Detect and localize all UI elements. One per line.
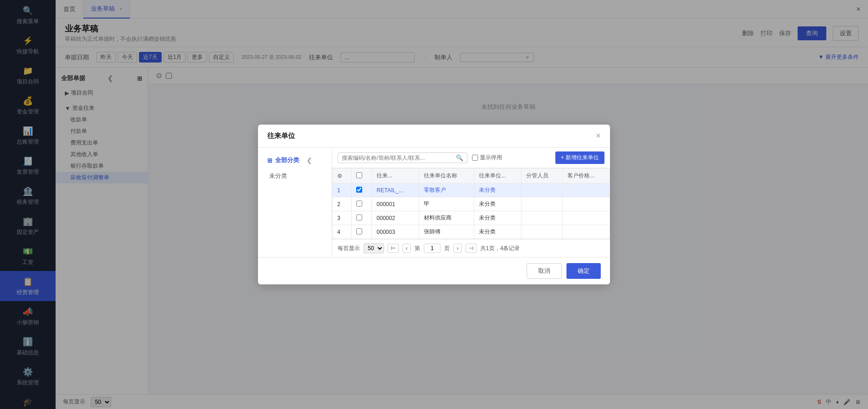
total-records: 共1页，4条记录 bbox=[480, 245, 520, 252]
row-code: RETAIL_... bbox=[372, 183, 419, 197]
page-number-input[interactable] bbox=[424, 244, 440, 253]
row-category: 未分类 bbox=[474, 225, 522, 239]
modal-close-button[interactable]: × bbox=[596, 131, 601, 141]
modal-search-box[interactable]: 🔍 bbox=[338, 152, 467, 163]
modal-all-categories[interactable]: ⊞ 全部分类 bbox=[262, 153, 305, 167]
show-disabled-checkbox[interactable] bbox=[472, 155, 478, 161]
modal-search-input[interactable] bbox=[342, 155, 454, 161]
col-code: 往来... bbox=[372, 169, 419, 183]
table-row[interactable]: 2 000001 甲 未分类 bbox=[333, 197, 610, 211]
row-checkbox[interactable] bbox=[352, 183, 372, 197]
col-price: 客户价格... bbox=[563, 169, 610, 183]
row-name: 张師傅 bbox=[419, 225, 474, 239]
counterparty-table: ⚙ 往来... 往来单位名称 往来单位... 分管人员 客户价格... bbox=[332, 168, 610, 239]
row-manager bbox=[522, 197, 563, 211]
counterparty-modal: 往来单位 × ⊞ 全部分类 ❮ 未分类 bbox=[258, 125, 610, 284]
confirm-button[interactable]: 确定 bbox=[566, 263, 601, 279]
modal-actions: 取消 确定 bbox=[258, 257, 610, 284]
modal-body: ⊞ 全部分类 ❮ 未分类 🔍 显示停用 bbox=[258, 148, 610, 257]
modal-overlay: 往来单位 × ⊞ 全部分类 ❮ 未分类 bbox=[0, 0, 868, 409]
table-select-all[interactable] bbox=[356, 172, 362, 178]
table-row[interactable]: 4 000003 张師傅 未分类 bbox=[333, 225, 610, 239]
cancel-button[interactable]: 取消 bbox=[527, 263, 562, 279]
modal-right-content: 🔍 显示停用 + 新增往来单位 ⚙ bbox=[332, 148, 610, 257]
row-code: 000001 bbox=[372, 197, 419, 211]
modal-per-page-select[interactable]: 50 bbox=[364, 243, 384, 253]
row-name: 材料供应商 bbox=[419, 211, 474, 225]
row-num: 3 bbox=[333, 211, 352, 225]
last-page-btn[interactable]: ⊣ bbox=[465, 244, 477, 253]
row-num: 1 bbox=[333, 183, 352, 197]
grid-icon: ⊞ bbox=[267, 157, 272, 164]
row-code: 000003 bbox=[372, 225, 419, 239]
row-checkbox[interactable] bbox=[352, 211, 372, 225]
col-manager: 分管人员 bbox=[522, 169, 563, 183]
search-icon: 🔍 bbox=[456, 154, 463, 161]
modal-toolbar: 🔍 显示停用 + 新增往来单位 bbox=[332, 148, 610, 168]
modal-title: 往来单位 bbox=[267, 132, 596, 140]
per-page-label: 每页显示 bbox=[338, 245, 360, 252]
col-checkbox bbox=[352, 169, 372, 183]
row-checkbox[interactable] bbox=[352, 225, 372, 239]
modal-nav-collapse-icon[interactable]: ❮ bbox=[305, 155, 314, 166]
modal-category-unclassified[interactable]: 未分类 bbox=[258, 169, 332, 183]
row-category: 未分类 bbox=[474, 183, 522, 197]
row-manager bbox=[522, 225, 563, 239]
row-category: 未分类 bbox=[474, 197, 522, 211]
modal-category-nav: ⊞ 全部分类 ❮ 未分类 bbox=[258, 148, 332, 257]
show-disabled-checkbox-group: 显示停用 bbox=[472, 154, 502, 162]
table-row[interactable]: 1 RETAIL_... 零散客户 未分类 bbox=[333, 183, 610, 197]
col-name: 往来单位名称 bbox=[419, 169, 474, 183]
col-settings: ⚙ bbox=[333, 169, 352, 183]
row-price bbox=[563, 211, 610, 225]
row-price bbox=[563, 197, 610, 211]
page-suffix: 页 bbox=[444, 245, 450, 252]
row-name: 甲 bbox=[419, 197, 474, 211]
row-name: 零散客户 bbox=[419, 183, 474, 197]
row-price bbox=[563, 225, 610, 239]
row-num: 4 bbox=[333, 225, 352, 239]
modal-pagination: 每页显示 50 ⊢ ‹ 第 页 › ⊣ 共1页，4条记录 bbox=[332, 239, 610, 257]
prev-page-btn[interactable]: ‹ bbox=[403, 244, 411, 253]
row-category: 未分类 bbox=[474, 211, 522, 225]
row-manager bbox=[522, 183, 563, 197]
modal-table: ⚙ 往来... 往来单位名称 往来单位... 分管人员 客户价格... bbox=[332, 168, 610, 239]
row-code: 000002 bbox=[372, 211, 419, 225]
first-page-btn[interactable]: ⊢ bbox=[388, 244, 399, 253]
col-category: 往来单位... bbox=[474, 169, 522, 183]
row-checkbox[interactable] bbox=[352, 197, 372, 211]
modal-nav-header-row: ⊞ 全部分类 ❮ bbox=[258, 151, 332, 169]
add-counterparty-button[interactable]: + 新增往来单位 bbox=[555, 151, 604, 164]
row-num: 2 bbox=[333, 197, 352, 211]
next-page-btn[interactable]: › bbox=[453, 244, 462, 253]
modal-header: 往来单位 × bbox=[258, 125, 610, 148]
table-row[interactable]: 3 000002 材料供应商 未分类 bbox=[333, 211, 610, 225]
page-label: 第 bbox=[415, 245, 420, 252]
row-price bbox=[563, 183, 610, 197]
row-manager bbox=[522, 211, 563, 225]
